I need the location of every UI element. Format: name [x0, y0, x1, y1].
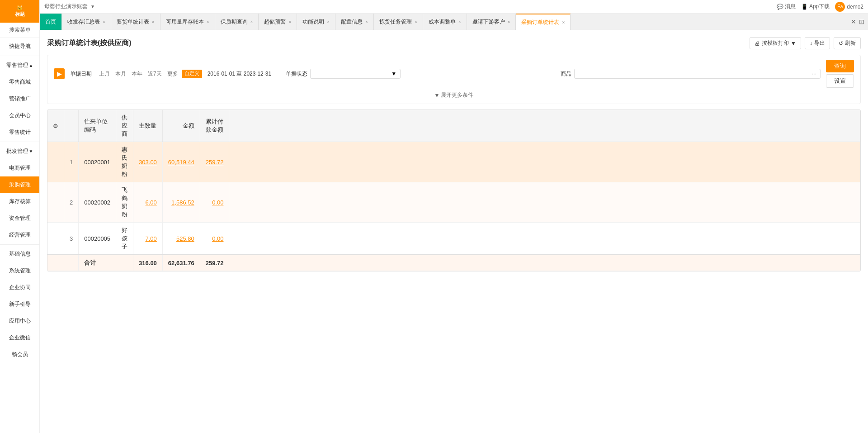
- date-shortcut-last-month[interactable]: 上月: [97, 70, 112, 78]
- date-shortcut-this-month[interactable]: 本月: [113, 70, 128, 78]
- row-amount[interactable]: 1,586.52: [162, 182, 200, 223]
- data-table: ⚙ 往来单位编码 供应商 主数量 金额 累计付款金额 1 0002: [47, 110, 860, 271]
- row-quantity[interactable]: 6.00: [133, 182, 163, 223]
- sidebar-item-retail-stats[interactable]: 零售统计: [0, 124, 39, 141]
- message-button[interactable]: 💬 消息: [777, 3, 796, 10]
- status-select[interactable]: ▼: [310, 69, 401, 79]
- row-quantity[interactable]: 303.00: [133, 142, 163, 182]
- expand-filter-button[interactable]: ▼ 展开更多条件: [434, 91, 474, 99]
- row-supplier-name: 好孩子: [116, 223, 133, 255]
- filter-toggle-button[interactable]: ▶: [54, 68, 65, 79]
- column-settings-icon[interactable]: ⚙: [53, 123, 58, 129]
- row-spacer: [229, 223, 860, 255]
- settings-button[interactable]: 设置: [826, 74, 854, 88]
- tab-close-invite-downstream[interactable]: ×: [508, 19, 510, 24]
- user-area[interactable]: Ea demo2: [835, 2, 863, 12]
- row-paid-amount[interactable]: 0.00: [200, 223, 229, 255]
- row-supplier-name: 飞鹤奶粉: [116, 182, 133, 223]
- tab-close-all-button[interactable]: ✕: [851, 18, 856, 25]
- sidebar-item-purchase[interactable]: 采购管理: [0, 176, 39, 193]
- sidebar-item-app-center[interactable]: 应用中心: [0, 313, 39, 329]
- col-supplier-code-header: 往来单位编码: [79, 110, 116, 142]
- row-amount[interactable]: 525.80: [162, 223, 200, 255]
- tab-config-info[interactable]: 配置信息 ×: [335, 14, 374, 30]
- date-label: 单据日期: [70, 70, 92, 78]
- sidebar-item-retail[interactable]: 零售管理 ▲: [0, 57, 39, 74]
- chevron-down-icon-2: ▼: [29, 149, 33, 154]
- tab-warranty-query[interactable]: 保质期查询 ×: [215, 14, 259, 30]
- goods-input[interactable]: ···: [574, 69, 821, 79]
- row-amount[interactable]: 60,519.44: [162, 142, 200, 182]
- export-button[interactable]: ↓ 导出: [805, 37, 830, 49]
- sidebar-item-operations[interactable]: 经营管理: [0, 227, 39, 243]
- sidebar-item-marketing[interactable]: 营销推广: [0, 90, 39, 107]
- sidebar-item-finance[interactable]: 资金管理: [0, 210, 39, 227]
- row-quantity[interactable]: 7.00: [133, 223, 163, 255]
- sidebar-item-member[interactable]: 会员中心: [0, 107, 39, 124]
- tab-purchase-summary[interactable]: 采购订单统计表 ×: [516, 14, 571, 30]
- row-supplier-code: 00020005: [79, 223, 116, 255]
- tab-available-stock[interactable]: 可用量库存账本 ×: [160, 14, 215, 30]
- row-paid-amount[interactable]: 259.72: [200, 142, 229, 182]
- query-actions: 查询 设置: [826, 60, 854, 88]
- sidebar-item-enterprise[interactable]: 企业协同: [0, 279, 39, 296]
- tab-close-function-desc[interactable]: ×: [327, 19, 330, 24]
- sidebar-search[interactable]: 搜索菜单: [0, 23, 39, 38]
- breadcrumb-arrow-icon[interactable]: ▼: [90, 4, 95, 9]
- date-shortcut-7days[interactable]: 近7天: [146, 70, 164, 78]
- tab-cost-adjust[interactable]: 成本调整单 ×: [423, 14, 467, 30]
- tab-order-summary[interactable]: 要货单统计表 ×: [111, 14, 160, 30]
- sidebar-item-enterprise-wechat[interactable]: 企业微信: [0, 329, 39, 346]
- sidebar-item-system[interactable]: 系统管理: [0, 262, 39, 279]
- custom-date-tag[interactable]: 自定义: [182, 70, 202, 78]
- tab-home[interactable]: 首页: [40, 14, 62, 30]
- tab-pick-task[interactable]: 拣货任务管理 ×: [374, 14, 423, 30]
- refresh-button[interactable]: ↺ 刷新: [834, 37, 861, 49]
- summary-supplier-cell: [116, 255, 133, 271]
- summary-paid-amount-cell: 259.72: [200, 255, 229, 271]
- sidebar-item-wholesale[interactable]: 批发管理 ▼: [0, 143, 39, 160]
- tab-close-order-summary[interactable]: ×: [152, 19, 155, 24]
- top-bar: 母婴行业演示账套 ▼ 💬 消息 📱 App下载 Ea demo2: [40, 0, 868, 14]
- tab-expand-button[interactable]: ⊡: [859, 18, 864, 25]
- sidebar-item-newbie[interactable]: 新手引导: [0, 296, 39, 313]
- page-title: 采购订单统计表(按供应商): [47, 38, 132, 48]
- col-supplier-name-header: 供应商: [116, 110, 133, 142]
- tab-overstock-warning[interactable]: 超储预警 ×: [259, 14, 297, 30]
- summary-label-cell: 合计: [79, 255, 116, 271]
- tab-close-available-stock[interactable]: ×: [207, 19, 209, 24]
- row-supplier-code: 00020002: [79, 182, 116, 223]
- tab-close-pick-task[interactable]: ×: [415, 19, 417, 24]
- sidebar-item-inventory[interactable]: 库存核算: [0, 193, 39, 210]
- row-settings-cell: [47, 182, 64, 223]
- date-shortcut-more[interactable]: 更多: [165, 70, 180, 78]
- app-logo: 🐱 标题: [0, 0, 39, 23]
- tab-close-receive-summary[interactable]: ×: [103, 19, 105, 24]
- tab-receive-summary[interactable]: 收发存汇总表 ×: [62, 14, 111, 30]
- date-shortcut-this-year[interactable]: 本年: [130, 70, 144, 78]
- table-row[interactable]: 1 00020001 惠氏奶粉 303.00 60,519.44 259.72: [47, 142, 860, 182]
- summary-amount-cell: 62,631.76: [162, 255, 200, 271]
- sidebar-item-basics[interactable]: 基础信息: [0, 246, 39, 262]
- table-row[interactable]: 3 00020005 好孩子 7.00 525.80 0.00: [47, 223, 860, 255]
- summary-row: 合计 316.00 62,631.76 259.72: [47, 255, 860, 271]
- tab-invite-downstream[interactable]: 邀请下游客户 ×: [467, 14, 516, 30]
- tab-function-desc[interactable]: 功能说明 ×: [297, 14, 335, 30]
- print-icon: 🖨: [755, 40, 760, 47]
- sidebar-item-retail-mall[interactable]: 零售商城: [0, 74, 39, 90]
- tab-close-overstock-warning[interactable]: ×: [288, 19, 291, 24]
- tab-close-config-info[interactable]: ×: [365, 19, 368, 24]
- sidebar-item-vip[interactable]: 畅会员: [0, 346, 39, 363]
- print-arrow-icon: ▼: [791, 40, 796, 47]
- sidebar-item-ecommerce[interactable]: 电商管理: [0, 160, 39, 176]
- print-button[interactable]: 🖨 按模板打印 ▼: [750, 37, 801, 49]
- tab-close-warranty-query[interactable]: ×: [250, 19, 253, 24]
- sidebar-item-quick-nav[interactable]: 快捷导航: [0, 38, 39, 55]
- query-button[interactable]: 查询: [826, 60, 854, 72]
- app-download-button[interactable]: 📱 App下载: [801, 3, 830, 10]
- tab-close-cost-adjust[interactable]: ×: [458, 19, 461, 24]
- tab-close-purchase-summary[interactable]: ×: [562, 20, 565, 25]
- breadcrumb-area: 母婴行业演示账套 ▼: [44, 3, 95, 10]
- row-paid-amount[interactable]: 0.00: [200, 182, 229, 223]
- table-row[interactable]: 2 00020002 飞鹤奶粉 6.00 1,586.52 0.00: [47, 182, 860, 223]
